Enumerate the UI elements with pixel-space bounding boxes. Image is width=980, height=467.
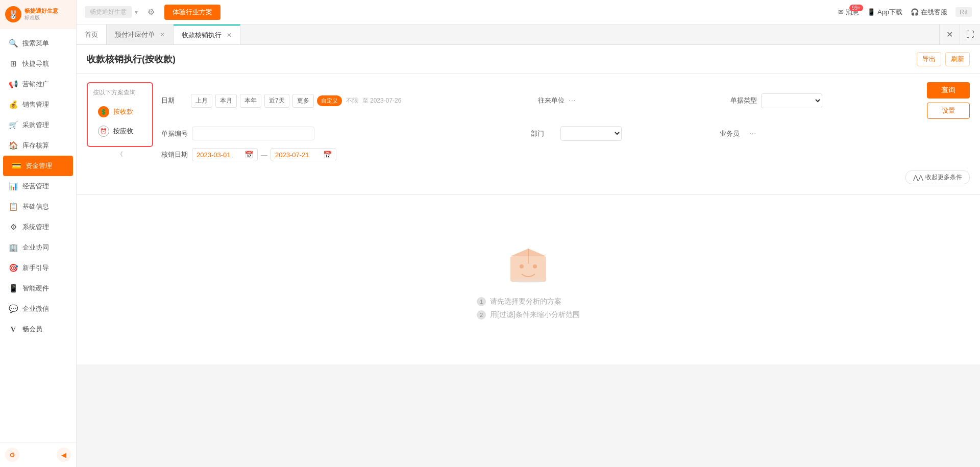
cart-icon: 🛒 (8, 120, 18, 130)
sidebar-item-basic[interactable]: 📋 基础信息 (0, 196, 76, 217)
filter-by-receipt[interactable]: 💲 按收款 (93, 102, 147, 121)
refresh-button[interactable]: 刷新 (945, 52, 970, 66)
sidebar-nav: 🔍 搜索菜单 ⊞ 快捷导航 📢 营销推广 💰 销售管理 🛒 采购管理 🏠 库存核… (0, 29, 76, 442)
building-icon: 🏢 (8, 242, 18, 253)
topbar-right: ✉ 消息 99+ 📱 App下载 🎧 在线客服 Rit (838, 7, 972, 17)
filter-by-receipt-label: 按收款 (113, 107, 133, 116)
calendar-end-icon[interactable]: 📅 (323, 151, 332, 159)
verify-date-end-input[interactable] (275, 151, 321, 159)
salesperson-dots-icon[interactable]: ··· (749, 129, 756, 138)
sidebar: 🐰 畅捷通好生意 标准版 🔍 搜索菜单 ⊞ 快捷导航 📢 营销推广 💰 销售管理… (0, 0, 77, 467)
page-content: 收款核销执行(按收款) 导出 刷新 按以下方案查询 💲 按收款 ⏰ 按应收 (77, 45, 980, 467)
page-header-actions: 导出 刷新 (917, 52, 970, 73)
sidebar-item-label: 基础信息 (22, 202, 49, 211)
export-button[interactable]: 导出 (917, 52, 941, 66)
settings-button[interactable]: 设置 (927, 103, 970, 119)
sidebar-item-finance[interactable]: 💳 资金管理 (3, 156, 73, 176)
sidebar-item-hardware[interactable]: 📱 智能硬件 (0, 278, 76, 299)
tab-receipt[interactable]: 收款核销执行 ✕ (174, 24, 240, 44)
sidebar-item-member[interactable]: V 畅会员 (0, 319, 76, 339)
sidebar-item-enterprise[interactable]: 🏢 企业协同 (0, 237, 76, 258)
user-name[interactable]: Rit (955, 7, 972, 17)
collapse-more-button[interactable]: ⋀⋀ 收起更多条件 (905, 170, 970, 184)
sidebar-item-label: 企业协同 (22, 243, 49, 252)
date-options: 上月 本月 本年 近7天 更多 自定义 (191, 94, 342, 108)
doc-type-label: 单据类型 (730, 96, 757, 105)
receivable-icon: ⏰ (98, 126, 109, 137)
filter-panel-title: 按以下方案查询 (93, 88, 147, 97)
member-icon: V (8, 324, 18, 334)
filter-collapse-button[interactable]: 《 (87, 150, 153, 159)
date-more-btn[interactable]: 更多 (292, 94, 314, 108)
sidebar-item-label: 企业微信 (22, 304, 49, 313)
tab-prepay-close-icon[interactable]: ✕ (160, 31, 165, 38)
message-button[interactable]: ✉ 消息 99+ (838, 8, 859, 17)
finance-icon: 💳 (11, 161, 21, 171)
sidebar-item-search[interactable]: 🔍 搜索菜单 (0, 33, 76, 54)
step-1-text: 请先选择要分析的方案 (490, 297, 561, 306)
sidebar-item-inventory[interactable]: 🏠 库存核算 (0, 135, 76, 156)
sidebar-logo: 🐰 畅捷通好生意 标准版 (0, 0, 76, 29)
date-this-year-btn[interactable]: 本年 (240, 94, 261, 108)
sidebar-item-purchase[interactable]: 🛒 采购管理 (0, 115, 76, 135)
date-this-month-btn[interactable]: 本月 (215, 94, 237, 108)
chart-icon: 📊 (8, 181, 18, 191)
expand-tabs-icon[interactable]: ⛶ (960, 24, 980, 45)
filter-by-receivable[interactable]: ⏰ 按应收 (93, 121, 147, 141)
tab-prepay-label: 预付冲应付单 (115, 30, 155, 39)
online-service-button[interactable]: 🎧 在线客服 (911, 8, 947, 17)
collapse-more-row: ⋀⋀ 收起更多条件 (161, 168, 970, 186)
chevron-down-icon[interactable]: ▾ (135, 9, 138, 16)
target-icon: 🎯 (8, 263, 18, 273)
money-icon: 💰 (8, 100, 18, 110)
sidebar-collapse-icon[interactable]: ◀ (57, 448, 71, 462)
warehouse-icon: 🏠 (8, 140, 18, 151)
filter-row-1: 日期 上月 本月 本年 近7天 更多 自定义 不限 至 2023-07-26 (161, 82, 970, 119)
counterpart-dots-icon[interactable]: ··· (569, 96, 575, 105)
sidebar-item-shortcut[interactable]: ⊞ 快捷导航 (0, 54, 76, 74)
sidebar-item-marketing[interactable]: 📢 营销推广 (0, 74, 76, 94)
date-prev-month-btn[interactable]: 上月 (191, 94, 212, 108)
clipboard-icon: 📋 (8, 202, 18, 212)
verify-date-start-input[interactable] (197, 151, 242, 159)
sidebar-item-wechat[interactable]: 💬 企业微信 (0, 299, 76, 319)
service-label: 在线客服 (921, 8, 947, 17)
sidebar-settings-icon[interactable]: ⚙ (5, 448, 19, 462)
empty-state: 1 请先选择要分析的方案 2 用[过滤]条件来缩小分析范围 (77, 195, 980, 364)
sidebar-item-system[interactable]: ⚙ 系统管理 (0, 217, 76, 237)
main-content: 畅捷通好生意 ▾ ⚙ 体验行业方案 ✉ 消息 99+ 📱 App下载 🎧 在线客… (77, 0, 980, 467)
sidebar-item-sales[interactable]: 💰 销售管理 (0, 94, 76, 115)
sidebar-item-guide[interactable]: 🎯 新手引导 (0, 258, 76, 278)
date-range-separator: — (261, 151, 267, 159)
doc-number-input[interactable] (192, 127, 314, 140)
date-custom-btn[interactable]: 自定义 (317, 95, 342, 106)
close-all-tabs-icon[interactable]: ✕ (939, 24, 960, 45)
query-button[interactable]: 查询 (927, 82, 970, 99)
solution-button[interactable]: 体验行业方案 (164, 5, 220, 20)
doc-type-select[interactable] (761, 93, 822, 108)
filter-counterpart-group: 往来单位 ··· (538, 96, 722, 105)
sidebar-item-label: 新手引导 (22, 263, 49, 273)
sidebar-item-operation[interactable]: 📊 经营管理 (0, 176, 76, 196)
date-to-text: 至 2023-07-26 (362, 96, 402, 105)
message-badge: 99+ (849, 5, 863, 11)
tab-home[interactable]: 首页 (77, 24, 107, 44)
tabbar-actions: ✕ ⛶ (939, 24, 980, 45)
filter-scheme-box: 按以下方案查询 💲 按收款 ⏰ 按应收 (87, 82, 153, 147)
step-2-text: 用[过滤]条件来缩小分析范围 (490, 310, 580, 319)
tab-receipt-close-icon[interactable]: ✕ (227, 32, 232, 39)
date-last7days-btn[interactable]: 近7天 (264, 94, 289, 108)
app-download-button[interactable]: 📱 App下载 (867, 8, 902, 17)
tab-prepay[interactable]: 预付冲应付单 ✕ (107, 24, 174, 44)
calendar-start-icon[interactable]: 📅 (244, 151, 253, 159)
svg-point-3 (520, 264, 524, 268)
topbar-gear-icon[interactable]: ⚙ (144, 5, 158, 19)
department-select[interactable] (560, 126, 622, 141)
empty-state-step-2: 2 用[过滤]条件来缩小分析范围 (477, 310, 580, 319)
gear-icon: ⚙ (8, 222, 18, 232)
sidebar-item-label: 畅会员 (22, 325, 42, 334)
device-icon: 📱 (8, 283, 18, 293)
sidebar-logo-text-wrap: 畅捷通好生意 标准版 (24, 7, 58, 21)
filter-docnum-group: 单据编号 (161, 127, 523, 140)
doc-number-label: 单据编号 (161, 129, 188, 138)
